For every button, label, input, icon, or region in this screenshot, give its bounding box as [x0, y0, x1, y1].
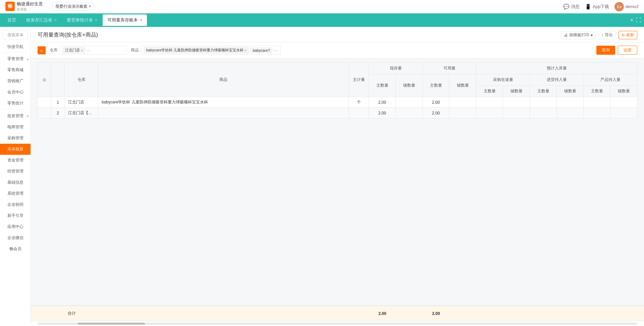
table-footer: 合计 2.00 2.00	[31, 305, 644, 321]
td-incoming-main-2	[530, 108, 557, 119]
th-product-aux: 辅数量	[610, 86, 637, 97]
top-bar-right: 💬 消息 📱 App下载 Ea demo2	[563, 2, 639, 11]
scroll-bar[interactable]	[38, 323, 637, 325]
sidebar-item-ecommerce[interactable]: 电商管理	[0, 122, 31, 133]
sidebar-item-basic-info[interactable]: 基础信息	[0, 177, 31, 188]
filter-product-dots[interactable]: ···	[274, 48, 278, 53]
sidebar-item-sys-label: 系统管理	[7, 191, 23, 196]
app-download-btn[interactable]: 📱 App下载	[585, 4, 609, 10]
tab-home[interactable]: 首页	[3, 14, 21, 26]
td-unit-2	[349, 108, 369, 119]
sidebar-nav-label[interactable]: 快捷导航	[0, 42, 31, 52]
filter-expand-btn[interactable]: »	[38, 46, 46, 54]
sidebar-item-enterprise-label: 企业协同	[7, 202, 23, 207]
settings-btn[interactable]: 设置	[618, 46, 637, 55]
sidebar-item-member-label: 会员中心	[7, 89, 23, 95]
td-product-aux-1	[610, 97, 637, 108]
sidebar-item-app-center[interactable]: 应用中心	[0, 221, 31, 232]
brand-icon: 畅	[5, 2, 15, 11]
page-title: 可用量查询(按仓库+商品)	[38, 32, 98, 39]
sidebar-item-ops-label: 经营管理	[7, 169, 23, 174]
td-available-main-1: 2.00	[423, 97, 449, 108]
sidebar-item-ops[interactable]: 经营管理	[0, 166, 31, 177]
message-label: 消息	[571, 4, 580, 10]
th-incoming-pending-group: 进货待入量	[530, 74, 584, 86]
main-layout: 搜索菜单 快捷导航 零售管理 零售商城 营销推广 会员中心 零售统计 批发管理 …	[0, 27, 644, 326]
filter-product-input[interactable]: babycare学饮杯 儿童防摔防撞吸管杯重力球吸嘴杯宝宝水杯 × babyca…	[141, 46, 281, 55]
filter-warehouse-close[interactable]: ×	[81, 48, 83, 52]
sidebar-item-app-center-label: 应用中心	[7, 224, 23, 230]
filter-warehouse-dots[interactable]: ···	[87, 48, 91, 53]
sidebar-item-ecommerce-label: 电商管理	[7, 124, 23, 130]
th-stock-aux: 辅数量	[396, 74, 423, 97]
th-purchase-in-transit-group: 采购在途量	[476, 74, 530, 86]
query-btn[interactable]: 查询	[596, 46, 615, 55]
tab-available-stock[interactable]: 可用量库存账本 ×	[103, 14, 147, 26]
sidebar-item-finance[interactable]: 资金管理	[0, 155, 31, 166]
sidebar-search-btn[interactable]: 搜索菜单	[3, 30, 28, 40]
message-btn[interactable]: 💬 消息	[563, 4, 580, 10]
footer-incoming-main	[530, 309, 557, 318]
sidebar-item-vip-member[interactable]: 畅会员	[0, 243, 31, 254]
export-btn[interactable]: ↑ 导出	[598, 31, 616, 39]
tab-available-stock-label: 可用量库存账本	[107, 17, 138, 23]
sidebar-item-wholesale[interactable]: 批发管理	[0, 110, 31, 122]
sidebar-item-inventory[interactable]: 库存核算	[0, 144, 31, 155]
print-label: 按模板打印	[569, 32, 589, 38]
footer-product-cell	[98, 309, 349, 318]
table-settings-icon[interactable]: ⚙	[42, 77, 47, 83]
filter-product-group: 商品 babycare学饮杯 儿童防摔防撞吸管杯重力球吸嘴杯宝宝水杯 × bab…	[131, 46, 281, 55]
table-area: ⚙ 仓库 商品 主计量 现存量 可用量 预计入库量 主数量 辅数量 主数量	[31, 58, 644, 305]
sidebar-item-retail-mall[interactable]: 零售商城	[0, 64, 31, 76]
td-product-2	[98, 108, 349, 119]
td-stock-main-2: 2.00	[369, 108, 396, 119]
sidebar-item-finance-label: 资金管理	[7, 157, 23, 163]
sidebar-item-retail-stats-label: 零售统计	[7, 100, 23, 106]
th-incoming-aux: 辅数量	[557, 86, 584, 97]
brand-line2: 标准版	[17, 7, 43, 12]
footer-table: 合计 2.00 2.00	[38, 309, 637, 318]
sidebar-item-retail-mgmt-label: 零售管理	[7, 56, 23, 62]
footer-seq-cell	[51, 309, 64, 318]
tab-bar-expand-btn[interactable]: ⛶	[636, 17, 641, 23]
refresh-btn[interactable]: ↻ 刷新	[619, 31, 637, 39]
td-product-main-1	[584, 97, 610, 108]
td-product-1: babycare学饮杯 儿童防摔防撞吸管杯重力球吸嘴杯宝宝水杯	[98, 97, 349, 108]
filter-product-close1[interactable]: ×	[245, 48, 247, 52]
filter-product-label: 商品	[131, 47, 139, 53]
sidebar-item-purchase[interactable]: 采购管理	[0, 133, 31, 144]
tab-available-stock-close[interactable]: ×	[140, 18, 142, 22]
sidebar-item-new-guide[interactable]: 新手引导	[0, 210, 31, 221]
th-incoming-main: 主数量	[530, 86, 557, 97]
th-available-group: 可用量	[423, 63, 476, 74]
tab-order-stat[interactable]: 要货单统计表 ×	[62, 14, 102, 26]
sidebar-item-retail-mgmt[interactable]: 零售管理	[0, 53, 31, 64]
th-purchase-main: 主数量	[476, 86, 503, 97]
user-profile[interactable]: Ea demo2	[614, 2, 639, 11]
filter-warehouse-input[interactable]: 江北门店 × ···	[60, 46, 127, 55]
td-purchase-main-1	[476, 97, 503, 108]
footer-purchase-aux	[503, 309, 530, 318]
th-unit: 主计量	[349, 63, 369, 97]
sidebar-item-enterprise-wechat[interactable]: 企业微信	[0, 232, 31, 243]
sidebar-divider-1	[3, 52, 28, 53]
sidebar-item-enterprise-collab[interactable]: 企业协同	[0, 199, 31, 210]
tab-order-stat-close[interactable]: ×	[95, 18, 97, 22]
print-btn[interactable]: 🖨 按模板打印 ▾	[561, 31, 596, 39]
tab-bar-close-btn[interactable]: ×	[630, 17, 633, 23]
tenant-selector[interactable]: 母婴行业演示账套 ▾	[52, 2, 94, 11]
sidebar-item-sys-mgmt[interactable]: 系统管理	[0, 188, 31, 199]
td-stock-aux-1	[396, 97, 423, 108]
tab-receive-send-close[interactable]: ×	[54, 18, 57, 22]
page-actions: 🖨 按模板打印 ▾ ↑ 导出 ↻ 刷新	[561, 31, 637, 39]
th-available-aux: 辅数量	[449, 74, 476, 97]
sidebar-item-retail-stats[interactable]: 零售统计	[0, 98, 31, 109]
tab-receive-send[interactable]: 收发存汇总表 ×	[21, 14, 61, 26]
sidebar-item-wechat-label: 企业微信	[7, 235, 23, 241]
sidebar-item-member-center[interactable]: 会员中心	[0, 87, 31, 98]
td-product-aux-2	[610, 108, 637, 119]
td-seq-1: 1	[51, 97, 65, 108]
content-area: 可用量查询(按仓库+商品) 🖨 按模板打印 ▾ ↑ 导出 ↻ 刷新 »	[31, 27, 644, 326]
scroll-thumb[interactable]	[78, 323, 145, 325]
sidebar-item-marketing[interactable]: 营销推广	[0, 76, 31, 87]
